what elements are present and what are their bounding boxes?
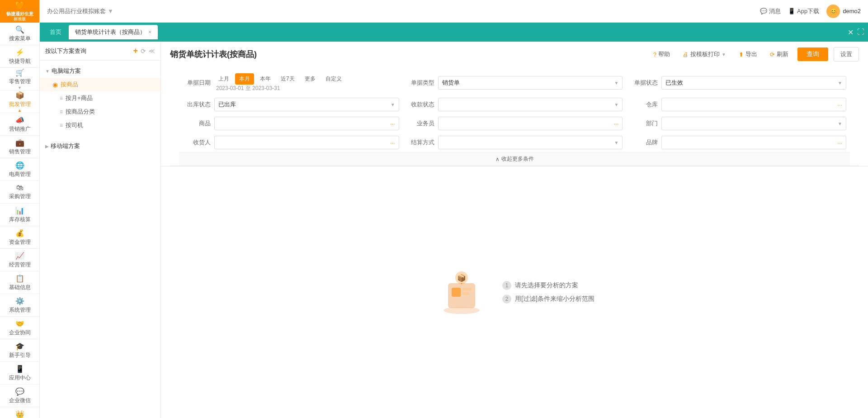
sidebar-item-label: 基础信息 [9, 284, 31, 291]
quick-nav-icon: ⚡ [15, 48, 24, 57]
help-btn[interactable]: ? 帮助 [650, 48, 674, 60]
select-arrow-icon3: ▼ [391, 102, 395, 107]
tree-expand-icon: ▼ [45, 69, 50, 74]
tree-sub-item-by-category[interactable]: ≡ 按商品分类 [40, 105, 160, 119]
period-btn-last-month[interactable]: 上月 [214, 73, 233, 85]
sidebar-item-operations[interactable]: 📈 经营管理 [0, 249, 39, 271]
tree-sub-item-by-cashier[interactable]: ≡ 按司机 [40, 119, 160, 132]
filter-date-control: 上月 本月 本年 近7天 更多 自定义 2023-03-01 至 2023-03… [214, 73, 399, 92]
print-btn[interactable]: 🖨 按模板打印 ▼ [679, 48, 730, 60]
app-logo[interactable]: 🧡 畅捷通好生意 标准版 [0, 0, 39, 23]
filter-cell-doc-status: 单据状态 已生效 ▼ [626, 71, 850, 95]
filter-cell-department: 部门 ▼ [626, 114, 850, 133]
tip-text-2: 用[过滤]条件来缩小分析范围 [515, 295, 594, 303]
tab-home[interactable]: 首页 [43, 25, 68, 39]
doc-type-value: 销货单 [442, 79, 460, 87]
filter-cell-doc-type: 单据类型 销货单 ▼ [403, 71, 627, 95]
collapse-panel-icon[interactable]: ≪ [149, 48, 155, 54]
sidebar-item-sales[interactable]: 💼 销售管理 [0, 136, 39, 158]
app-download-btn[interactable]: 📱 App下载 [788, 7, 819, 15]
collapse-bar[interactable]: ∧ 收起更多条件 [179, 152, 850, 166]
filter-receiver-select[interactable]: ··· [214, 136, 399, 149]
industry-title: 办公用品行业模拟账套 ▼ [47, 7, 113, 15]
sidebar-item-retail[interactable]: 🛒 零售管理 ▼ [0, 68, 39, 90]
message-btn[interactable]: 💬 消息 [760, 7, 781, 15]
sidebar-item-basic[interactable]: 📋 基础信息 [0, 271, 39, 294]
brand-dots-icon[interactable]: ··· [837, 139, 842, 146]
collapse-up-icon: ∧ [495, 156, 500, 162]
filter-warehouse-select[interactable]: ··· [661, 98, 846, 111]
period-btn-this-year[interactable]: 本年 [256, 73, 275, 85]
sidebar-item-enterprise[interactable]: 🤝 企业协同 [0, 317, 39, 339]
filter-cell-date: 单据日期 上月 本月 本年 近7天 更多 自定义 20 [179, 71, 403, 95]
empty-state: 📦 1 请先选择要分析的方案 2 用[过滤]条件来缩小分析范围 [161, 166, 868, 418]
print-label: 按模板打印 [690, 50, 720, 58]
doc-status-value: 已生效 [665, 79, 683, 87]
tab-close-all-icon[interactable]: ✕ [848, 28, 854, 37]
system-icon: ⚙️ [15, 297, 24, 305]
purchase-icon: 🛍 [16, 184, 24, 192]
left-panel-title: 按以下方案查询 [45, 47, 86, 55]
export-btn[interactable]: ⬆ 导出 [735, 48, 761, 60]
filter-product-select[interactable]: ··· [214, 117, 399, 130]
filter-payment-status-select[interactable]: ▼ [438, 98, 623, 111]
filter-receiver-label: 收货人 [183, 138, 214, 147]
period-btn-custom[interactable]: 自定义 [321, 73, 346, 85]
sidebar-item-apps[interactable]: 📱 应用中心 [0, 362, 39, 385]
filter-brand-select[interactable]: ··· [661, 136, 846, 149]
filter-department-select[interactable]: ▼ [661, 117, 846, 130]
empty-tips: 1 请先选择要分析的方案 2 用[过滤]条件来缩小分析范围 [502, 281, 594, 304]
tip-num-2: 2 [502, 294, 511, 304]
filter-doc-type-select[interactable]: 销货单 ▼ [438, 76, 623, 90]
period-btn-this-month[interactable]: 本月 [235, 73, 254, 85]
filter-cell-receiver: 收货人 ··· [179, 133, 403, 152]
receiver-dots-icon[interactable]: ··· [390, 139, 395, 146]
tree-parent-pc[interactable]: ▼ 电脑端方案 [40, 64, 160, 78]
warehouse-dots-icon[interactable]: ··· [837, 101, 842, 108]
period-btn-more[interactable]: 更多 [301, 73, 320, 85]
tabbar: 首页 销货单统计计表（按商品） × ✕ ⛶ [40, 23, 868, 42]
help-icon: ? [653, 51, 656, 58]
filter-payment-method-label: 结算方式 [406, 138, 438, 147]
query-button[interactable]: 查询 [797, 48, 828, 61]
salesperson-dots-icon[interactable]: ··· [613, 120, 618, 127]
tree-parent-mobile[interactable]: ▶ 移动端方案 [40, 139, 160, 153]
sidebar-item-search-menu[interactable]: 🔍 搜索菜单 [0, 23, 39, 45]
sidebar-item-system[interactable]: ⚙️ 系统管理 [0, 294, 39, 317]
filter-cell-payment-method: 结算方式 ▼ [403, 133, 627, 152]
select-arrow-icon4: ▼ [614, 102, 618, 107]
message-label: 消息 [769, 7, 781, 15]
add-scheme-btn[interactable]: + [133, 46, 138, 56]
user-profile[interactable]: 😊 demo2 [826, 5, 861, 18]
filter-salesperson-select[interactable]: ··· [438, 117, 623, 130]
setting-button[interactable]: 设置 [834, 47, 859, 62]
left-panel: 按以下方案查询 + ⟳ ≪ ▼ 电脑端方案 ◉ 按商品 ≡ 按月 [40, 42, 161, 418]
tab-maximize-icon[interactable]: ⛶ [857, 28, 864, 36]
product-dots-icon[interactable]: ··· [390, 120, 395, 127]
filter-stock-select[interactable]: 已出库 ▼ [214, 98, 399, 111]
sidebar-item-member[interactable]: 👑 畅会员 [0, 407, 39, 418]
sidebar-item-inventory[interactable]: 📊 库存核算 [0, 204, 39, 226]
sidebar-item-ecommerce[interactable]: 🌐 电商管理 [0, 158, 39, 181]
refresh-scheme-icon[interactable]: ⟳ [141, 48, 146, 55]
search-menu-icon: 🔍 [15, 25, 24, 34]
tree-collapse-icon: ▶ [45, 144, 49, 149]
tab-close-icon[interactable]: × [148, 29, 151, 35]
tab-active[interactable]: 销货单统计计表（按商品） × [69, 25, 158, 39]
tree-item-by-product[interactable]: ◉ 按商品 [40, 78, 160, 91]
sidebar-item-marketing[interactable]: 📣 营销推广 [0, 113, 39, 136]
sidebar-item-purchase[interactable]: 🛍 采购管理 [0, 181, 39, 204]
period-btn-7days[interactable]: 近7天 [277, 73, 299, 85]
sidebar-item-quick-nav[interactable]: ⚡ 快捷导航 [0, 45, 39, 68]
sidebar-item-finance[interactable]: 💰 资金管理 [0, 226, 39, 249]
sidebar-item-wechat[interactable]: 💬 企业微信 [0, 385, 39, 407]
sidebar-item-label: 企业微信 [9, 397, 31, 404]
sidebar-item-label: 搜索菜单 [9, 35, 31, 43]
tree-sub-item-by-month-product[interactable]: ≡ 按月+商品 [40, 91, 160, 105]
filter-doc-status-select[interactable]: 已生效 ▼ [661, 76, 846, 90]
filter-payment-method-select[interactable]: ▼ [438, 136, 623, 149]
filter-brand-label: 品牌 [630, 138, 661, 147]
sidebar-item-wholesale[interactable]: 📦 批发管理 ▲ [0, 90, 39, 113]
refresh-btn[interactable]: ⟳ 刷新 [766, 48, 792, 60]
sidebar-item-guide[interactable]: 🎓 新手引导 [0, 339, 39, 362]
